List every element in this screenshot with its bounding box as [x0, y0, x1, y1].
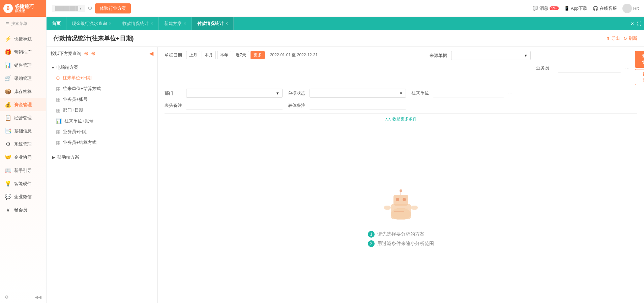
logo-icon: 6 — [3, 4, 13, 13]
user-menu[interactable]: Rit — [622, 4, 639, 13]
query-btn[interactable]: 查询 — [635, 51, 644, 68]
scheme-staff-settle[interactable]: ▦ 业务员+结算方式 — [47, 137, 157, 148]
trial-btn[interactable]: 体验行业方案 — [95, 3, 131, 13]
sidebar-item-basic[interactable]: 📑 基础信息 — [0, 124, 46, 138]
sidebar-item-finance[interactable]: 💰 资金管理 — [0, 98, 46, 111]
sidebar-item-inventory[interactable]: 📦 库存核算 — [0, 85, 46, 98]
tab-payment-close[interactable]: × — [226, 21, 228, 26]
empty-tip-2: 2 用过滤条件来缩小分析范围 — [368, 240, 434, 247]
settings-icon[interactable]: ⚙ — [5, 295, 9, 300]
scheme-unit-account[interactable]: 📊 往来单位+账号 — [47, 116, 157, 126]
sidebar-item-purchase[interactable]: 🛒 采购管理 — [0, 72, 46, 85]
address-dropdown-icon[interactable]: ▾ — [80, 6, 82, 11]
tab-receipt-close[interactable]: × — [151, 21, 153, 26]
online-service-btn[interactable]: 🎧 在线客服 — [593, 5, 617, 11]
sidebar-logo: 6 畅捷通巧 标准版 — [0, 0, 46, 17]
related-unit-dots-icon[interactable]: ··· — [508, 90, 513, 96]
sidebar-item-quicknav[interactable]: ⚡ 快捷导航 — [0, 32, 46, 46]
table-header-note-input[interactable] — [186, 101, 283, 110]
sidebar-item-wechat[interactable]: 💬 企业微信 — [0, 190, 46, 203]
scheme-label: 往来单位+结算方式 — [63, 86, 101, 92]
logo-text: 畅捷通巧 标准版 — [15, 4, 34, 13]
table-body-note-input[interactable] — [310, 101, 406, 110]
settings-gear-icon[interactable]: ⚙ — [88, 5, 92, 11]
app-icon: 📱 — [564, 6, 569, 11]
message-badge: 99+ — [550, 6, 559, 10]
date-btn-this-year[interactable]: 本年 — [217, 51, 231, 59]
tab-cashflow-close[interactable]: × — [109, 21, 111, 26]
scheme-settings-icon[interactable]: ⊕ — [91, 50, 95, 57]
search-menu-btn[interactable]: ☰ 搜索菜单 — [3, 20, 43, 28]
date-btn-this-month[interactable]: 本月 — [202, 51, 216, 59]
inventory-icon: 📦 — [5, 88, 11, 95]
enterprise-icon: 🤝 — [5, 154, 11, 160]
dept-select[interactable]: ▾ — [186, 89, 283, 98]
sidebar-nav: ⚡ 快捷导航 🎁 营销推广 📊 销售管理 🛒 采购管理 📦 库存核算 💰 资金管… — [0, 31, 46, 291]
date-btn-more[interactable]: 更多 — [251, 51, 265, 59]
scheme-unit-settle[interactable]: ▦ 往来单位+结算方式 — [47, 83, 157, 94]
page-title: 付款情况统计(往来单位+日期) — [53, 34, 134, 42]
tab-home[interactable]: 首页 — [47, 17, 66, 30]
collapse-sidebar-icon[interactable]: ◀◀ — [35, 295, 41, 300]
svg-point-6 — [400, 189, 402, 192]
logo-sub: 标准版 — [15, 9, 34, 13]
purchase-icon: 🛒 — [5, 75, 11, 82]
main-layout: 按以下方案查询 ⊕ ⊕ ◀ ▾ 电脑端方案 ⊙ 往来单位+日期 ▦ — [47, 47, 644, 303]
tab-payment-stat[interactable]: 付款情况统计 × — [192, 17, 234, 30]
sidebar-item-marketing[interactable]: 🎁 营销推广 — [0, 46, 46, 59]
sidebar-item-guide[interactable]: 📖 新手引导 — [0, 164, 46, 177]
tip-1-text: 请先选择要分析的方案 — [377, 231, 425, 237]
sidebar-item-operation[interactable]: 📋 经营管理 — [0, 111, 46, 124]
export-icon: ⬆ — [606, 36, 610, 41]
message-btn[interactable]: 💬 消息 99+ — [533, 5, 559, 11]
doc-status-select[interactable]: ▾ — [310, 89, 406, 98]
app-download-btn[interactable]: 📱 App下载 — [564, 5, 587, 11]
related-unit-input[interactable] — [433, 89, 504, 97]
message-icon: 💬 — [533, 6, 538, 11]
mobile-group-title[interactable]: ▶ 移动端方案 — [47, 152, 157, 162]
tab-cashflow[interactable]: 现金银行流水查询 × — [66, 17, 117, 30]
refresh-btn[interactable]: ↻ 刷新 — [623, 35, 637, 41]
staff-input[interactable] — [558, 64, 621, 72]
scheme-staff-date[interactable]: ▦ 业务员+日期 — [47, 126, 157, 137]
left-panel: 按以下方案查询 ⊕ ⊕ ◀ ▾ 电脑端方案 ⊙ 往来单位+日期 ▦ — [47, 47, 158, 303]
sidebar-item-system[interactable]: ⚙ 系统管理 — [0, 138, 46, 151]
tab-new-scheme-close[interactable]: × — [184, 21, 186, 26]
sidebar-item-enterprise[interactable]: 🤝 企业协同 — [0, 151, 46, 164]
date-btn-7days[interactable]: 近7天 — [233, 51, 249, 59]
address-bar[interactable]: ████████ ▾ — [52, 5, 85, 12]
add-scheme-icon[interactable]: ⊕ — [84, 50, 88, 57]
scheme-unit-date[interactable]: ⊙ 往来单位+日期 — [47, 72, 157, 83]
sidebar-item-sales[interactable]: 📊 销售管理 — [0, 59, 46, 72]
sidebar-item-label: 采购管理 — [14, 75, 32, 82]
page-content: 付款情况统计(往来单位+日期) ⬆ 导出 ↻ 刷新 按以下方案查询 ⊕ ⊕ — [47, 30, 644, 303]
staff-dots-icon[interactable]: ··· — [625, 65, 630, 71]
scheme-dept-date[interactable]: ▦ 部门+日期 — [47, 105, 157, 116]
svg-rect-8 — [411, 206, 418, 210]
sidebar-item-hardware[interactable]: 💡 智能硬件 — [0, 177, 46, 190]
tab-close-all-icon[interactable]: ✕ — [631, 21, 634, 26]
sidebar-item-vip[interactable]: ∨ 畅会员 — [0, 203, 46, 216]
collapse-more-btn[interactable]: ∧∧ 收起更多条件 — [165, 113, 637, 125]
filter-doc-status-group: 单据状态 ▾ — [288, 89, 406, 98]
source-select[interactable]: ▾ — [451, 51, 531, 60]
tab-expand-icon[interactable]: ⛶ — [637, 21, 641, 26]
scheme-icon: ▦ — [56, 97, 60, 102]
sidebar-bottom: ⚙ ◀◀ — [0, 291, 46, 303]
tab-cashflow-label: 现金银行流水查询 — [72, 21, 107, 27]
collapse-left-icon[interactable]: ◀ — [149, 50, 153, 57]
svg-rect-2 — [393, 195, 408, 206]
sidebar-search-section[interactable]: ☰ 搜索菜单 — [0, 17, 46, 31]
basic-icon: 📑 — [5, 128, 11, 134]
settings-btn[interactable]: 设置 — [635, 69, 644, 85]
date-btn-last-month[interactable]: 上月 — [186, 51, 200, 59]
scheme-staff-account[interactable]: ▦ 业务员+账号 — [47, 94, 157, 105]
export-btn[interactable]: ⬆ 导出 — [606, 35, 620, 41]
sidebar-item-label: 营销推广 — [14, 49, 32, 55]
desktop-group-title[interactable]: ▾ 电脑端方案 — [47, 62, 157, 72]
online-service-label: 在线客服 — [599, 5, 617, 11]
mobile-group-label: 移动端方案 — [57, 154, 79, 160]
tab-new-scheme[interactable]: 新建方案 × — [159, 17, 192, 30]
scheme-active-icon: ⊙ — [56, 75, 60, 81]
tab-receipt-stat[interactable]: 收款情况统计 × — [117, 17, 159, 30]
